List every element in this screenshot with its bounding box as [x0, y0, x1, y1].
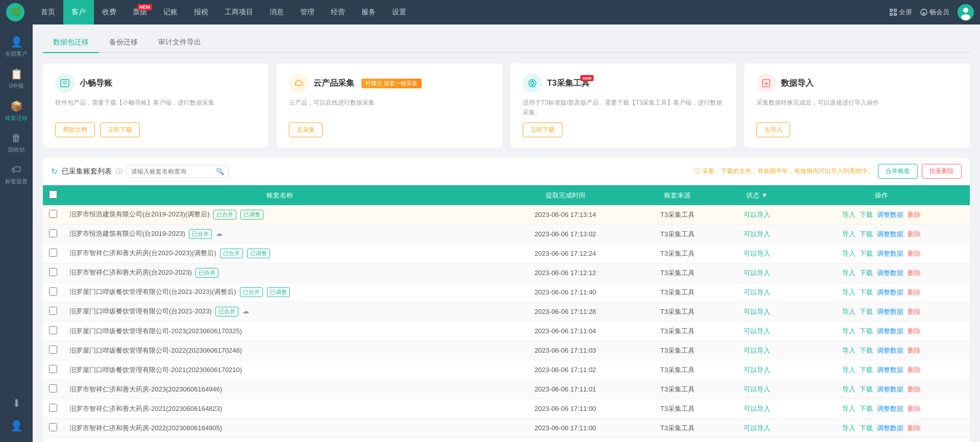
action-删除[interactable]: 删除 [908, 385, 921, 393]
sidebar-item-recycle[interactable]: 🗑 回收站 [0, 127, 33, 159]
action-下载[interactable]: 下载 [860, 405, 873, 412]
app-logo[interactable]: 🌿 [6, 3, 24, 21]
nav-business[interactable]: 工商项目 [216, 0, 261, 24]
action-删除[interactable]: 删除 [908, 308, 921, 315]
row-checkbox[interactable] [49, 249, 57, 257]
action-调整数据[interactable]: 调整数据 [877, 230, 903, 238]
action-下载[interactable]: 下载 [860, 288, 873, 296]
nav-tax[interactable]: 报税 [186, 0, 216, 24]
action-导入[interactable]: 导入 [842, 424, 855, 432]
action-删除[interactable]: 删除 [908, 347, 921, 354]
select-all-checkbox[interactable] [49, 190, 57, 199]
sidebar-item-label-settings[interactable]: 🏷 标签设置 [0, 159, 33, 190]
help-doc-btn[interactable]: 帮助文档 [55, 122, 95, 137]
action-调整数据[interactable]: 调整数据 [877, 366, 903, 374]
action-调整数据[interactable]: 调整数据 [877, 424, 903, 432]
action-导入[interactable]: 导入 [842, 385, 855, 393]
row-checkbox[interactable] [49, 210, 57, 218]
action-下载[interactable]: 下载 [860, 308, 873, 315]
action-调整数据[interactable]: 调整数据 [877, 269, 903, 277]
action-导入[interactable]: 导入 [842, 308, 855, 315]
tab-backup-migration[interactable]: 备份迁移 [99, 33, 148, 53]
action-导入[interactable]: 导入 [842, 230, 855, 238]
action-删除[interactable]: 删除 [908, 405, 921, 412]
sidebar-download-btn[interactable]: ⬇ [10, 393, 23, 413]
action-调整数据[interactable]: 调整数据 [877, 211, 903, 218]
nav-operation[interactable]: 经营 [323, 0, 353, 24]
action-删除[interactable]: 删除 [908, 211, 921, 218]
action-调整数据[interactable]: 调整数据 [877, 250, 903, 257]
action-下载[interactable]: 下载 [860, 250, 873, 257]
action-导入[interactable]: 导入 [842, 211, 855, 218]
go-collect-btn[interactable]: 去采集 [289, 122, 323, 137]
download-now-btn-3[interactable]: 立即下载 [523, 122, 562, 137]
nav-home[interactable]: 首页 [33, 0, 63, 24]
row-checkbox[interactable] [49, 307, 57, 315]
nav-bookkeeping[interactable]: 记账 [155, 0, 186, 24]
action-导入[interactable]: 导入 [842, 366, 855, 374]
action-下载[interactable]: 下载 [860, 211, 873, 218]
action-调整数据[interactable]: 调整数据 [877, 347, 903, 354]
nav-service[interactable]: 服务 [353, 0, 384, 24]
action-删除[interactable]: 删除 [908, 288, 921, 296]
sidebar-item-account-migration[interactable]: 📦 账套迁移 [0, 95, 33, 127]
action-删除[interactable]: 删除 [908, 269, 921, 277]
merge-btn[interactable]: 合并账套 [878, 164, 918, 179]
row-checkbox[interactable] [49, 326, 57, 334]
action-调整数据[interactable]: 调整数据 [877, 405, 903, 412]
action-导入[interactable]: 导入 [842, 405, 855, 412]
go-import-btn[interactable]: 去导入 [756, 122, 790, 137]
search-input[interactable] [131, 168, 214, 175]
action-调整数据[interactable]: 调整数据 [877, 288, 903, 296]
action-删除[interactable]: 删除 [908, 230, 921, 238]
row-checkbox[interactable] [49, 384, 57, 392]
row-checkbox[interactable] [49, 287, 57, 296]
nav-customer[interactable]: 客户 [63, 0, 94, 24]
action-下载[interactable]: 下载 [860, 327, 873, 335]
action-删除[interactable]: 删除 [908, 327, 921, 335]
help-icon[interactable]: ⓘ [116, 167, 122, 176]
refresh-icon[interactable]: ↻ [51, 167, 58, 176]
sidebar-item-all-customers[interactable]: 👤 全部客户 [0, 31, 33, 63]
action-导入[interactable]: 导入 [842, 327, 855, 335]
action-下载[interactable]: 下载 [860, 269, 873, 277]
download-now-btn-1[interactable]: 立即下载 [100, 122, 140, 137]
fullscreen-btn[interactable]: 全屏 [890, 8, 912, 17]
nav-settings[interactable]: 设置 [384, 0, 414, 24]
nav-manage[interactable]: 管理 [292, 0, 323, 24]
action-下载[interactable]: 下载 [860, 424, 873, 432]
action-下载[interactable]: 下载 [860, 347, 873, 354]
action-导入[interactable]: 导入 [842, 347, 855, 354]
action-下载[interactable]: 下载 [860, 366, 873, 374]
action-导入[interactable]: 导入 [842, 288, 855, 296]
action-导入[interactable]: 导入 [842, 250, 855, 257]
action-调整数据[interactable]: 调整数据 [877, 327, 903, 335]
action-导入[interactable]: 导入 [842, 269, 855, 277]
nav-invoice[interactable]: 票据 new [125, 0, 155, 24]
table-row: 汨罗市智祥仁济和善大药房-2021(20230606164823)2023-06… [43, 399, 970, 419]
action-下载[interactable]: 下载 [860, 385, 873, 393]
action-下载[interactable]: 下载 [860, 230, 873, 238]
sidebar-item-zero-report[interactable]: 📋 0申报 [0, 63, 33, 95]
tab-audit-export[interactable]: 审计文件导出 [148, 33, 211, 53]
row-checkbox[interactable] [49, 346, 57, 354]
action-调整数据[interactable]: 调整数据 [877, 308, 903, 315]
batch-delete-btn[interactable]: 批量删除 [922, 164, 962, 179]
sidebar-profile-btn[interactable]: 👤 [10, 415, 23, 436]
search-icon[interactable]: 🔍 [216, 167, 224, 175]
nav-message[interactable]: 消息 [261, 0, 292, 24]
row-checkbox[interactable] [49, 404, 57, 412]
nav-fee[interactable]: 收费 [94, 0, 125, 24]
row-checkbox[interactable] [49, 365, 57, 373]
row-checkbox[interactable] [49, 268, 57, 276]
avatar[interactable] [958, 4, 974, 20]
action-删除[interactable]: 删除 [908, 250, 921, 257]
member-btn[interactable]: ▶ 畅会员 [920, 8, 949, 17]
action-调整数据[interactable]: 调整数据 [877, 385, 903, 393]
action-删除[interactable]: 删除 [908, 366, 921, 374]
row-checkbox[interactable] [49, 423, 57, 431]
action-删除[interactable]: 删除 [908, 424, 921, 432]
row-checkbox[interactable] [49, 229, 57, 237]
tab-data-migration[interactable]: 数据包迁移 [43, 33, 99, 53]
col-status[interactable]: 状态 ▼ [721, 185, 793, 205]
